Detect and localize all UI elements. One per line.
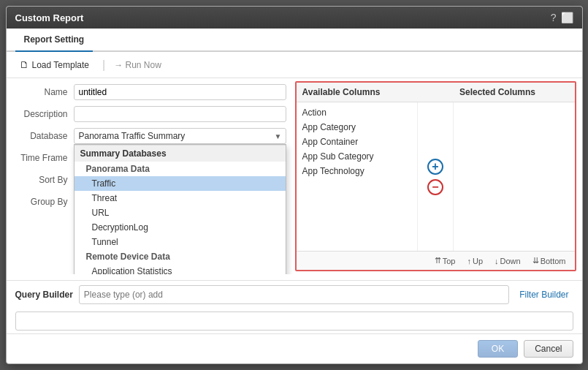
run-now-button[interactable]: → Run Now [114,60,161,70]
description-row: Description [15,106,286,122]
filter-row [7,309,582,333]
selected-columns-header: Selected Columns [454,83,575,102]
dropdown-item-url-panorama[interactable]: URL [75,205,286,220]
name-label: Name [15,87,74,97]
query-input[interactable] [79,285,509,304]
down-icon: ↓ [495,257,499,265]
available-item-app-sub-category[interactable]: App Sub Category [297,149,418,164]
tab-report-setting[interactable]: Report Setting [15,29,93,52]
content-area: Name Description Database Panorama Traff… [7,78,582,333]
dropdown-item-traffic-panorama[interactable]: Traffic [75,176,286,191]
dropdown-item-appstats[interactable]: Application Statistics [75,264,286,274]
dropdown-item-threat-panorama[interactable]: Threat [75,191,286,205]
available-item-app-technology[interactable]: App Technology [297,164,418,178]
dropdown-subgroup-panorama: Panorama Data [75,162,286,176]
bottom-button[interactable]: ⇊ Bottom [530,254,569,267]
dialog-title: Custom Report [15,12,84,23]
header-icons: ? ⬜ [551,12,573,23]
dropdown-item-tunnel-panorama[interactable]: Tunnel [75,235,286,249]
load-template-icon: 🗋 [20,59,29,70]
tabs-bar: Report Setting [7,29,582,52]
name-input[interactable] [74,84,286,100]
selected-columns-list [454,102,575,251]
query-label: Query Builder [15,290,73,300]
minimize-icon[interactable]: ⬜ [561,12,573,23]
custom-report-dialog: Custom Report ? ⬜ Report Setting 🗋 Load … [6,6,583,364]
available-item-app-category[interactable]: App Category [297,120,418,135]
sort-by-label: Sort By [15,175,74,185]
col-divider [417,83,454,102]
up-button[interactable]: ↑ Up [464,255,486,267]
time-frame-label: Time Frame [15,153,74,163]
database-select[interactable]: Panorama Traffic Summary [74,128,286,144]
dialog-footer: OK Cancel [7,333,582,363]
ok-button[interactable]: OK [478,340,518,358]
database-row: Database Panorama Traffic Summary ▼ Summ… [15,128,286,144]
group-by-label: Group By [15,197,74,207]
available-columns-list: Action App Category App Container App Su… [297,102,418,251]
description-input[interactable] [74,106,286,122]
load-template-button[interactable]: 🗋 Load Template [15,58,94,72]
query-section: Query Builder Filter Builder [7,280,582,309]
database-label: Database [15,131,74,141]
add-column-button[interactable]: + [427,159,443,175]
columns-panel: Available Columns Selected Columns Actio… [295,81,576,271]
dropdown-group-summary: Summary Databases [75,145,286,162]
filter-builder-button[interactable]: Filter Builder [515,288,573,301]
dropdown-item-decryptionlog-panorama[interactable]: DecryptionLog [75,220,286,235]
description-label: Description [15,109,74,119]
top-button[interactable]: ⇈ Top [432,254,459,267]
columns-footer: ⇈ Top ↑ Up ↓ Down ⇊ Bottom [297,251,575,270]
columns-header: Available Columns Selected Columns [297,83,575,102]
available-item-action[interactable]: Action [297,105,418,120]
spacer [7,274,582,280]
main-section: Name Description Database Panorama Traff… [7,78,582,274]
bottom-icon: ⇊ [532,256,539,265]
columns-body: Action App Category App Container App Su… [297,102,575,251]
toolbar-separator: | [102,58,105,72]
available-columns-header: Available Columns [297,83,418,102]
cancel-button[interactable]: Cancel [524,340,573,358]
available-item-app-container[interactable]: App Container [297,135,418,149]
name-row: Name [15,84,286,100]
move-buttons: + − [417,102,454,251]
toolbar: 🗋 Load Template | → Run Now [7,52,582,78]
help-icon[interactable]: ? [551,12,557,23]
database-select-wrapper: Panorama Traffic Summary ▼ [74,128,286,144]
top-icon: ⇈ [435,256,441,265]
database-dropdown: Summary Databases Panorama Data Traffic … [74,144,286,274]
remove-icon: − [432,181,438,194]
down-button[interactable]: ↓ Down [492,255,524,267]
filter-input[interactable] [15,312,573,331]
up-icon: ↑ [467,257,471,265]
dropdown-subgroup-remote: Remote Device Data [75,249,286,264]
add-icon: + [432,160,438,173]
dialog-header: Custom Report ? ⬜ [7,7,582,29]
remove-column-button[interactable]: − [427,179,443,195]
left-panel: Name Description Database Panorama Traff… [7,78,295,274]
